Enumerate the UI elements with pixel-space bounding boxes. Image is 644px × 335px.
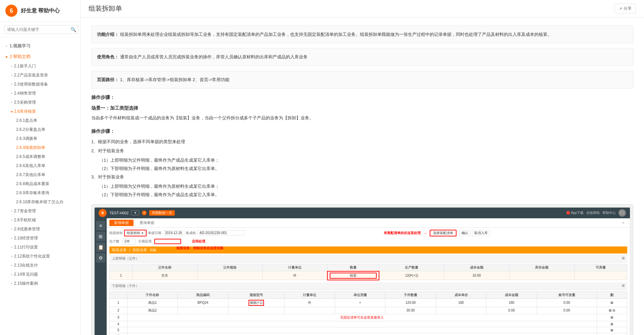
- mock-lower-row-1-num: 1: [110, 298, 127, 307]
- nav-item-2-6-4[interactable]: 2.6.4组装拆卸单: [0, 143, 80, 152]
- role-label: 使用角色：: [97, 54, 119, 59]
- mock-lower-row-4-del[interactable]: ⊠: [597, 321, 627, 327]
- mock-lower-row-2-name: 商品2: [127, 307, 177, 314]
- nav-item-2-8[interactable]: +2.8手机旺铺: [0, 216, 80, 225]
- mock-lower-row-4: 4 ⊠: [110, 321, 627, 327]
- nav-item-2-6-6[interactable]: 2.6.6其他入库单: [0, 161, 80, 170]
- mock-upper-th-2: 父件规格: [197, 264, 262, 271]
- nav-item-2-6-10[interactable]: 2.6.10库存账本错了怎么办: [0, 198, 80, 207]
- scenario1-desc: 当由多个子件材料组装成一个成品的业务为【组装】业务，当由一个父件拆分成多个子产品…: [91, 114, 633, 122]
- mock-form-row1: 组装拆卸 组装拆卸 ▼ 单据日期 2019-12-26 集成组 AD: [109, 230, 627, 236]
- mock-sync-btn: 同期数据一关: [149, 210, 175, 216]
- nav-item-2-2[interactable]: +2.2产品安装及登录: [0, 71, 80, 80]
- nav-item-2-6-9[interactable]: 2.6.9库存账本查询: [0, 188, 80, 198]
- nav-item-2-6-7[interactable]: 2.6.7其他出库单: [0, 170, 80, 179]
- nav-item-2-7[interactable]: +2.7资金管理: [0, 207, 80, 216]
- mock-upper-th-4: 数量: [327, 264, 379, 271]
- mock-lower-th-10: 删: [597, 291, 627, 298]
- mock-type-dropdown-icon: ▼: [141, 232, 144, 235]
- path-label: 页面路径：: [97, 77, 119, 82]
- mock-upper-row-1: 1 关关 件 组装 12(约+1) 1: [110, 271, 627, 280]
- mock-lower-row-2-qty: 30.00: [385, 307, 436, 314]
- mock-lower-row-1-code: BPQ24: [178, 298, 228, 307]
- page-title: 组装拆卸单: [89, 4, 122, 13]
- mock-upper-row-1-name: 关关: [132, 271, 197, 280]
- mock-cancel-btn[interactable]: 取消入库: [472, 230, 490, 236]
- nav-item-2-6-5[interactable]: 2.6.5成本调整单: [0, 152, 80, 161]
- nav-item-2-10[interactable]: +2.10经营管理: [0, 234, 80, 243]
- mock-lower-th-1: 子件名称: [127, 291, 177, 298]
- nav-item-2-1[interactable]: +2.1新手入门: [0, 62, 80, 71]
- mock-tab-new[interactable]: 新增单据: [109, 220, 133, 226]
- mock-upper-row-1-num: 1: [110, 271, 132, 280]
- nav-item-2-5[interactable]: +2.5采购管理: [0, 98, 80, 107]
- mock-close-btn[interactable]: ✕: [622, 221, 625, 225]
- mock-lower-row-3-num: 3: [110, 314, 127, 321]
- mock-lower-row-3: 3 无固定清单可在这里直接录入 ⊠: [110, 314, 627, 321]
- mock-select-assembly-btn[interactable]: 选择装配清单: [430, 230, 457, 236]
- mock-lower-row-6-del[interactable]: ⊠: [597, 333, 627, 335]
- mock-lower-th-2: 商品编码: [178, 291, 228, 298]
- mock-lower-th-3: 规格型号: [228, 291, 284, 298]
- mock-count-input[interactable]: 2件: [122, 238, 136, 244]
- mock-nav-icon-4: ⚙: [96, 253, 105, 263]
- nav-item-2-4[interactable]: +2.4销售管理: [0, 89, 80, 98]
- mock-tab-query[interactable]: 查询单据: [135, 220, 159, 226]
- nav-label-docs: 2.帮助文档: [10, 54, 31, 60]
- nav-item-2-3[interactable]: +2.3使用前数据准备: [0, 80, 80, 89]
- steps-label: 操作步骤：: [91, 128, 633, 134]
- nav-item-2-13[interactable]: +2.13在线支付: [0, 261, 80, 270]
- mock-type-input[interactable]: 组装拆卸 ▼: [124, 230, 147, 236]
- mock-lower-row-5-del[interactable]: ⊠: [597, 327, 627, 333]
- mock-lower-row-1-available: 0.00: [537, 298, 597, 307]
- mock-lower-row-1-qty: 120.00: [385, 298, 436, 307]
- mock-lower-row-2-del[interactable]: ⊠ ⊟: [597, 307, 627, 314]
- nav-item-2-6-3[interactable]: 2.6.3调拨单: [0, 134, 80, 143]
- search-input[interactable]: [4, 25, 78, 34]
- mock-confirm-btn[interactable]: 确认: [459, 230, 471, 236]
- mock-upper-qty-box[interactable]: 组装: [330, 273, 377, 279]
- mock-lower-row-3-del[interactable]: ⊠: [597, 314, 627, 321]
- mock-lower-row-1-spec: 规格(+1): [228, 298, 284, 307]
- nav-item-2-6[interactable]: ●2.6库存核算: [0, 107, 80, 116]
- nav-item-video[interactable]: + 1.视频学习: [0, 41, 80, 51]
- nav-item-2-6-8[interactable]: 2.6.8商品成本重算: [0, 179, 80, 188]
- nav-item-2-9[interactable]: +2.9优惠券管理: [0, 225, 80, 234]
- steps-title: 操作步骤：: [91, 95, 633, 101]
- mock-lower-row-1-unit-qty: +: [335, 298, 385, 307]
- search-icon[interactable]: 🔍: [70, 27, 76, 32]
- mock-upper-th-5: 生产数量: [379, 264, 444, 271]
- logo-icon: 6: [5, 5, 17, 17]
- nav-item-2-6-2[interactable]: 2.6.2分量盘点单: [0, 125, 80, 134]
- nav-item-2-6-1[interactable]: 2.6.1盘点单: [0, 116, 80, 125]
- mock-annotation-area: 有装配清单的在这里处理 → 选择装配清单 确认 取消入库: [247, 230, 627, 236]
- mock-lower-row-3-empty: 无固定清单可在这里直接录入: [127, 314, 597, 321]
- mock-date-input[interactable]: 2019-12-26: [163, 230, 184, 235]
- mock-user-avatar: CC: [619, 209, 626, 217]
- mock-docno-input[interactable]: AD-20191226-001: [197, 230, 244, 235]
- mock-warehouse-input[interactable]: [154, 239, 181, 244]
- step2-sub2: （2）下部明细为子件明细，最终作为原材料生成某它出库单。: [99, 165, 633, 172]
- mock-help-online: 在线帮助: [586, 211, 600, 215]
- mock-lower-row-2-spec: [228, 307, 284, 314]
- step-1: 1、根据不同的业务，选择不同单据的类型来处理: [91, 138, 633, 146]
- mock-upper-row-1-unit: 件: [262, 271, 327, 280]
- mock-lower-row-6: 6 ⊠: [110, 333, 627, 335]
- mock-nav-icon-1: ≡: [96, 221, 105, 230]
- mock-lower-row-2-code: [178, 307, 228, 314]
- nav-item-2-12[interactable]: +2.12系统个性化设置: [0, 252, 80, 261]
- nav-item-2-11[interactable]: +2.11打印设置: [0, 243, 80, 252]
- nav-item-2-15[interactable]: +2.15操作案例: [0, 279, 80, 288]
- nav-item-2-14[interactable]: +2.14常见问题: [0, 270, 80, 279]
- mock-arrow1: →: [423, 231, 427, 235]
- mock-lower-spec-box[interactable]: 规格(+1): [249, 300, 264, 306]
- content-area: 功能介绍： 组装拆卸单用来处理企业组装或拆卸等加工业务，支持有固定装配清单的产品…: [80, 17, 644, 335]
- share-button[interactable]: ↗ 分享: [614, 4, 636, 13]
- mock-lower-row-4-num: 4: [110, 321, 127, 327]
- mock-layout: ≡ ⊞ 📋 ⚙ 新增单据 查询单据 ✕: [95, 218, 630, 335]
- mock-form-row2: 总个数 2件 引领应用 启用处理: [109, 238, 627, 244]
- mock-browser: 6 TEST-H002 ▼ ⟳ 同期数据一关 🔴 App下载 在线帮助 帮助中心…: [94, 207, 630, 335]
- nav-item-docs[interactable]: ● 2.帮助文档: [0, 52, 80, 62]
- mock-lower-row-1-del[interactable]: ⊠: [597, 298, 627, 307]
- mock-orange-sep: |: [129, 248, 130, 252]
